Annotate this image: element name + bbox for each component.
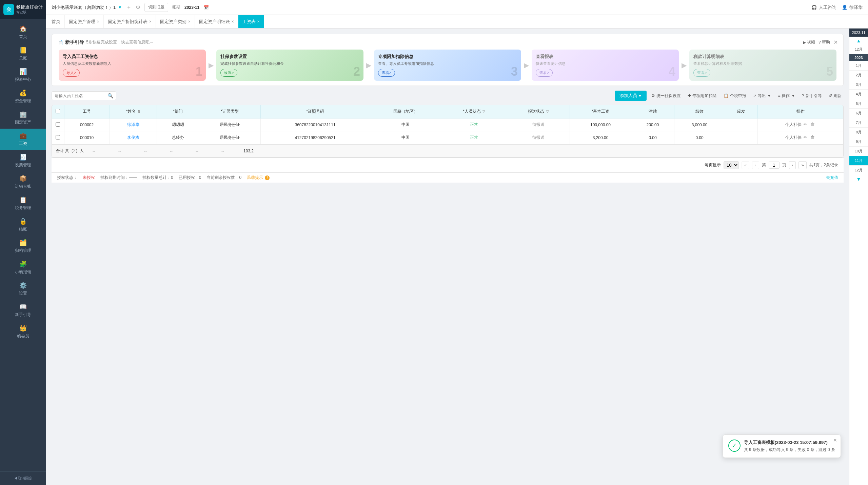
calendar-month-may[interactable]: 5月 (849, 99, 868, 109)
sidebar-item-fixed[interactable]: 🏢 固定资产 (0, 107, 46, 129)
footer-col: -- (110, 149, 130, 153)
edit-icon[interactable]: ✏ (804, 135, 807, 140)
add-person-button[interactable]: 添加人员 ▼ (615, 91, 647, 101)
calendar-up-button[interactable]: ▲ (849, 37, 868, 45)
sidebar-item-expense[interactable]: 🧩 小畅报销 (0, 257, 46, 278)
tax-report-action[interactable]: 📋 个税申报 (722, 92, 748, 100)
prev-page-button[interactable]: ‹ (752, 161, 759, 169)
tab-close-icon[interactable]: ✕ (257, 20, 260, 23)
calendar-month-nov[interactable]: 11月 (849, 156, 868, 166)
recharge-link[interactable]: 去充值 (826, 175, 838, 181)
emp-name-link[interactable]: 徐泽华 (127, 122, 139, 127)
sidebar-item-home[interactable]: 🏠 首页 (0, 22, 46, 43)
ai-consult[interactable]: 🎧 人工咨询 (811, 4, 836, 11)
social-insurance-action[interactable]: ⚙ 统一社保设置 (649, 92, 683, 100)
sort-icon[interactable]: ⇅ (138, 110, 140, 113)
sidebar-item-ledger[interactable]: 📒 总账 (0, 43, 46, 64)
calendar-month-dec-prev[interactable]: 12月 (849, 45, 868, 54)
th-name: *姓名 ⇅ (110, 105, 157, 118)
sidebar-item-payroll[interactable]: 💼 工资 (0, 129, 46, 150)
sidebar-item-tax[interactable]: 📋 税务管理 (0, 193, 46, 214)
row-checkbox[interactable] (56, 122, 60, 127)
sidebar-item-label: 结账 (19, 226, 27, 232)
onboarding-close-button[interactable]: ✕ (833, 39, 838, 45)
delete-icon[interactable]: 🗑 (810, 135, 815, 140)
user-menu[interactable]: 👤 徐泽华 (842, 4, 863, 11)
sidebar-item-member[interactable]: 👑 畅会员 (0, 321, 46, 342)
tab-close-icon[interactable]: ✕ (188, 20, 191, 23)
sidebar-item-label: 固定资产 (15, 119, 31, 125)
add-dropdown-icon: ▼ (638, 94, 642, 98)
tab-close-icon[interactable]: ✕ (149, 20, 152, 23)
refresh-icon: ↺ (829, 93, 832, 98)
tab-fixed-asset[interactable]: 固定资产管理 ✕ (65, 15, 104, 29)
search-icon[interactable]: 🔍 (107, 93, 113, 98)
calendar-down-button[interactable]: ▼ (849, 175, 868, 183)
social-insurance-icon: ⚙ (651, 93, 655, 98)
tab-fixed-detail[interactable]: 固定资产明细账 ✕ (195, 15, 238, 29)
personal-insurance-link[interactable]: 个人社保 (785, 135, 802, 140)
personal-insurance-link[interactable]: 个人社保 (785, 122, 802, 127)
tab-home[interactable]: 首页 (52, 15, 65, 29)
step-2-button[interactable]: 设置> (220, 69, 237, 77)
filter-send-icon[interactable]: ▽ (546, 110, 549, 113)
export-action[interactable]: ↗ 导出 ▼ (751, 92, 773, 100)
unpin-button[interactable]: ◀取消固定 (0, 471, 46, 485)
refresh-action[interactable]: ↺ 刷新 (827, 92, 844, 100)
sidebar-item-settings[interactable]: ⚙️ 设置 (0, 278, 46, 300)
tax-report-icon: 📋 (724, 93, 729, 98)
archive-icon: 🗂️ (19, 239, 27, 246)
toast-close-button[interactable]: ✕ (833, 437, 837, 443)
sidebar-item-funds[interactable]: 💰 资金管理 (0, 86, 46, 107)
calendar-month-dec[interactable]: 12月 (849, 166, 868, 175)
step-3-button[interactable]: 查看> (378, 69, 395, 77)
tab-close-icon[interactable]: ✕ (97, 20, 99, 23)
settings-gear-icon[interactable]: ⚙ (136, 4, 140, 11)
select-all-checkbox[interactable] (56, 109, 60, 113)
tab-fixed-depreciation[interactable]: 固定资产折旧统计表 ✕ (104, 15, 156, 29)
account-selector[interactable]: 刘小艳演示账套（勿删勿动！）1 ▼ (52, 4, 122, 11)
search-input[interactable] (55, 93, 105, 98)
filter-status-icon[interactable]: ▽ (482, 110, 485, 113)
calendar-icon[interactable]: 📅 (203, 5, 209, 10)
video-link[interactable]: ▶ 视频 (803, 39, 815, 45)
sidebar-item-archive[interactable]: 🗂️ 归档管理 (0, 236, 46, 257)
next-page-button[interactable]: › (789, 161, 796, 169)
last-page-button[interactable]: » (798, 161, 806, 169)
calendar-month-mar[interactable]: 3月 (849, 80, 868, 90)
calendar-month-jun[interactable]: 6月 (849, 109, 868, 118)
edit-icon[interactable]: ✏ (804, 122, 807, 127)
sidebar-item-closing[interactable]: 🔒 结账 (0, 214, 46, 236)
switch-version-button[interactable]: 切到旧版 (144, 3, 168, 12)
calendar-month-apr[interactable]: 4月 (849, 90, 868, 99)
first-page-button[interactable]: « (742, 161, 749, 169)
step-4-button[interactable]: 查看> (536, 69, 553, 77)
operate-action[interactable]: ≡ 操作 ▼ (776, 92, 797, 100)
calendar-month-jul[interactable]: 7月 (849, 118, 868, 128)
tab-payroll-table[interactable]: 工资表 ✕ (238, 15, 264, 29)
page-number-input[interactable] (769, 162, 780, 169)
row-checkbox[interactable] (56, 135, 60, 139)
calendar-month-sep[interactable]: 9月 (849, 137, 868, 147)
sidebar-item-inventory[interactable]: 📦 进销台账 (0, 171, 46, 193)
sidebar-item-report[interactable]: 📊 报表中心 (0, 64, 46, 86)
step-1-button[interactable]: 导入> (63, 69, 80, 77)
delete-icon[interactable]: 🗑 (810, 122, 815, 127)
tab-close-icon[interactable]: ✕ (231, 20, 234, 23)
sidebar-item-invoice[interactable]: 🧾 发票管理 (0, 150, 46, 171)
per-page-select[interactable]: 10 20 50 (724, 161, 739, 169)
sidebar-item-label: 资金管理 (15, 98, 31, 104)
calendar-month-jan[interactable]: 1月 (849, 61, 868, 71)
add-account-icon[interactable]: ＋ (126, 4, 132, 11)
emp-name-link[interactable]: 李俊杰 (127, 135, 139, 140)
tab-fixed-category[interactable]: 固定资产类别 ✕ (156, 15, 195, 29)
special-deduction-action[interactable]: ✚ 专项附加扣除 (686, 92, 719, 100)
calendar-month-aug[interactable]: 8月 (849, 128, 868, 137)
th-should-pay: 应发 (725, 105, 758, 118)
calendar-month-feb[interactable]: 2月 (849, 71, 868, 80)
step-5-button[interactable]: 查看> (693, 69, 710, 77)
calendar-month-oct[interactable]: 10月 (849, 147, 868, 156)
help-link[interactable]: ? 帮助 (818, 39, 830, 45)
sidebar-item-guide[interactable]: 📖 新手引导 (0, 300, 46, 321)
guide-action[interactable]: ? 新手引导 (800, 92, 824, 100)
